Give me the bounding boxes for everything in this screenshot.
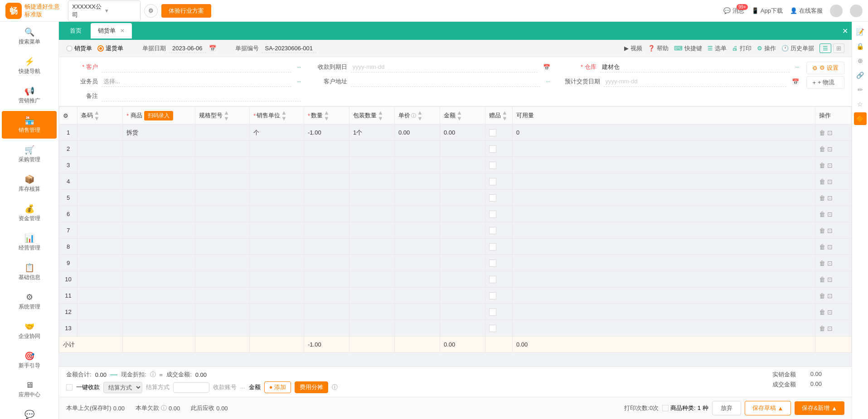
cell-gift[interactable] bbox=[485, 125, 513, 141]
right-sidebar-edit[interactable]: ✏ bbox=[854, 83, 867, 96]
addr-dots-icon[interactable]: ··· bbox=[546, 79, 550, 84]
cell-qty[interactable] bbox=[304, 320, 349, 337]
warehouse-dots-icon[interactable]: ··· bbox=[795, 64, 799, 70]
cell-spec[interactable] bbox=[195, 304, 250, 320]
cell-spec[interactable] bbox=[195, 206, 250, 222]
cell-price[interactable] bbox=[395, 304, 440, 320]
copy-icon[interactable]: ⊡ bbox=[827, 178, 833, 185]
cell-pkg-qty[interactable]: 1个 bbox=[349, 125, 395, 141]
sidebar-item-wechat[interactable]: 💬 企业微信 bbox=[2, 405, 57, 419]
cell-unit[interactable] bbox=[250, 304, 304, 320]
right-sidebar-star[interactable]: ☆ bbox=[854, 98, 867, 111]
calc-method-select[interactable]: 结算方式 bbox=[103, 382, 142, 393]
sidebar-item-marketing[interactable]: 📢 营销推广 bbox=[2, 82, 57, 109]
cell-amount[interactable] bbox=[440, 255, 485, 271]
cell-barcode[interactable] bbox=[78, 157, 123, 173]
cell-qty[interactable] bbox=[304, 255, 349, 271]
radio-sale[interactable]: 销货单 bbox=[66, 44, 92, 53]
delivery-date-input[interactable]: yyyy-mm-dd bbox=[604, 76, 787, 87]
sidebar-item-purchase[interactable]: 🛒 采购管理 bbox=[2, 140, 57, 168]
product-type-checkbox[interactable] bbox=[662, 405, 669, 411]
sidebar-item-basic-info[interactable]: 📋 基础信息 bbox=[2, 258, 57, 286]
copy-icon[interactable]: ⊡ bbox=[827, 129, 833, 136]
cell-amount[interactable] bbox=[440, 222, 485, 239]
abandon-button[interactable]: 放弃 bbox=[712, 401, 741, 415]
cell-qty[interactable] bbox=[304, 288, 349, 304]
cell-product[interactable] bbox=[123, 206, 195, 222]
cell-amount[interactable] bbox=[440, 271, 485, 288]
cell-price[interactable] bbox=[395, 255, 440, 271]
sidebar-item-guide[interactable]: 🎯 新手引导 bbox=[2, 347, 57, 374]
cell-unit[interactable] bbox=[250, 255, 304, 271]
copy-icon[interactable]: ⊡ bbox=[827, 276, 833, 283]
cell-pkg-qty[interactable] bbox=[349, 288, 395, 304]
cell-spec[interactable] bbox=[195, 288, 250, 304]
cell-unit[interactable] bbox=[250, 206, 304, 222]
copy-icon[interactable]: ⊡ bbox=[827, 194, 833, 202]
payment-calendar-icon[interactable]: 📅 bbox=[543, 64, 550, 71]
avatar[interactable] bbox=[830, 5, 843, 17]
cell-barcode[interactable] bbox=[78, 304, 123, 320]
sidebar-item-quick-nav[interactable]: ⚡ 快捷导航 bbox=[2, 52, 57, 80]
customer-dots-icon[interactable]: ··· bbox=[297, 64, 301, 70]
cell-gift[interactable] bbox=[485, 320, 513, 337]
salesperson-input[interactable]: 选择... bbox=[102, 76, 291, 87]
message-button[interactable]: 💬 消息 99+ bbox=[723, 7, 744, 15]
cell-spec[interactable] bbox=[195, 173, 250, 190]
cell-gift[interactable] bbox=[485, 173, 513, 190]
tab-home[interactable]: 首页 bbox=[63, 23, 89, 39]
radio-return[interactable]: 退货单 bbox=[97, 44, 123, 53]
cell-unit[interactable] bbox=[250, 288, 304, 304]
cell-price[interactable] bbox=[395, 141, 440, 157]
company-selector[interactable]: XXXXXX公司 ▾ bbox=[68, 0, 141, 21]
toolbar-history[interactable]: 🕐 历史单据 bbox=[781, 44, 814, 53]
cell-spec[interactable] bbox=[195, 141, 250, 157]
cell-amount[interactable] bbox=[440, 320, 485, 337]
cell-product[interactable] bbox=[123, 190, 195, 206]
cell-amount[interactable] bbox=[440, 206, 485, 222]
expense-split-button[interactable]: 费用分摊 bbox=[295, 381, 328, 393]
cell-qty[interactable] bbox=[304, 190, 349, 206]
cell-amount[interactable] bbox=[440, 173, 485, 190]
sidebar-item-apps[interactable]: 🖥 应用中心 bbox=[2, 376, 57, 403]
cell-pkg-qty[interactable] bbox=[349, 304, 395, 320]
cell-barcode[interactable] bbox=[78, 190, 123, 206]
right-sidebar-notes[interactable]: 📝 bbox=[854, 25, 867, 38]
tab-close-icon[interactable]: ✕ bbox=[120, 28, 125, 34]
cell-barcode[interactable] bbox=[78, 271, 123, 288]
cell-barcode[interactable] bbox=[78, 320, 123, 337]
settings-icon[interactable]: ⚙ bbox=[144, 4, 158, 18]
scan-button[interactable]: 扫码录入 bbox=[144, 111, 173, 120]
cell-pkg-qty[interactable] bbox=[349, 206, 395, 222]
online-support-button[interactable]: 👤 在线客服 bbox=[790, 7, 823, 15]
settings-button[interactable]: ⚙ ⚙ 设置 bbox=[806, 62, 844, 74]
cell-price[interactable] bbox=[395, 222, 440, 239]
cell-gift[interactable] bbox=[485, 206, 513, 222]
delete-icon[interactable]: 🗑 bbox=[819, 308, 825, 316]
th-price[interactable]: 单价ⓘ▲▼ bbox=[395, 107, 440, 125]
delete-icon[interactable]: 🗑 bbox=[819, 211, 825, 218]
cell-pkg-qty[interactable] bbox=[349, 271, 395, 288]
cell-qty[interactable] bbox=[304, 304, 349, 320]
right-sidebar-link[interactable]: 🔗 bbox=[854, 69, 867, 82]
view-grid-icon[interactable]: ⊞ bbox=[833, 43, 844, 53]
delivery-calendar-icon[interactable]: 📅 bbox=[792, 78, 799, 85]
delete-icon[interactable]: 🗑 bbox=[819, 162, 825, 169]
cell-gift[interactable] bbox=[485, 304, 513, 320]
cell-product[interactable] bbox=[123, 239, 195, 255]
cell-barcode[interactable] bbox=[78, 239, 123, 255]
cell-qty[interactable] bbox=[304, 222, 349, 239]
right-sidebar-alert[interactable]: 🔶 bbox=[854, 112, 867, 125]
copy-icon[interactable]: ⊡ bbox=[827, 145, 833, 153]
cell-product[interactable] bbox=[123, 173, 195, 190]
sidebar-item-system[interactable]: ⚙ 系统管理 bbox=[2, 288, 57, 315]
toolbar-select[interactable]: ☰ 选单 bbox=[708, 44, 727, 53]
delete-icon[interactable]: 🗑 bbox=[819, 260, 825, 267]
warehouse-input[interactable]: 建材仓 bbox=[600, 62, 790, 72]
cell-barcode[interactable] bbox=[78, 125, 123, 141]
cell-qty[interactable] bbox=[304, 173, 349, 190]
cell-amount[interactable] bbox=[440, 288, 485, 304]
delete-icon[interactable]: 🗑 bbox=[819, 227, 825, 234]
cell-unit[interactable] bbox=[250, 271, 304, 288]
cell-gift[interactable] bbox=[485, 141, 513, 157]
